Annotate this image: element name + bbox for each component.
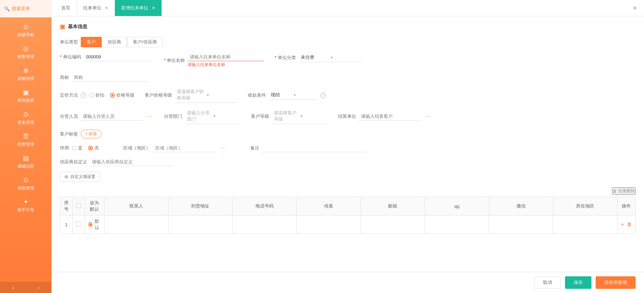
custom-settings-button[interactable]: ⚙ 自定义项设置	[60, 172, 100, 182]
tab-home[interactable]: 首页	[55, 0, 77, 16]
section-icon: ▣	[60, 23, 65, 30]
unit-category-arrow-icon: ▼	[330, 56, 359, 59]
manager-dots-button[interactable]: ···	[146, 113, 154, 120]
section-title: 基本信息	[68, 24, 87, 30]
table-cell-fax[interactable]	[297, 215, 361, 234]
sidebar-item-purchase[interactable]: ⊕采购管理	[0, 63, 52, 85]
sidebar-item-new-guide[interactable]: ✦新手引导	[0, 195, 52, 217]
abbreviation-field: 简称	[60, 73, 148, 82]
sidebar-item-basic-info[interactable]: ▤基础信息	[0, 151, 52, 173]
customer-price-level-placeholder: 请选择客户价格等级	[177, 89, 206, 101]
supplier-custom-input[interactable]	[90, 158, 173, 166]
payment-terms-help-icon[interactable]: ?	[320, 92, 326, 98]
address-input[interactable]	[172, 221, 229, 229]
table-cell-email[interactable]	[361, 215, 425, 234]
remark-label: 备注	[250, 145, 259, 151]
contact-table-section: 🗑 批量删除 序号设为默认联系人到货地址电话号码传真邮箱qq微信所在地区操作 1	[60, 187, 636, 234]
row-checkbox[interactable]	[76, 222, 81, 227]
header-checkbox[interactable]	[76, 203, 81, 208]
sidebar-item-finance[interactable]: ⊙资金管理	[0, 107, 52, 129]
music-bottom[interactable]: ♪	[38, 285, 40, 290]
customer-price-level-select[interactable]: 请选择客户价格等级 ▼	[175, 87, 237, 103]
sidebar-search-area[interactable]: 🔍 搜索菜单	[0, 0, 52, 17]
close-all-tabs-button[interactable]: ✕	[629, 5, 641, 11]
tab-new-partner-close-icon[interactable]: ✕	[152, 6, 155, 10]
unit-name-input[interactable]	[188, 53, 264, 61]
table-row: 1 默认	[60, 215, 636, 234]
contact-input[interactable]	[108, 221, 165, 229]
customer-level-select[interactable]: 请选择客户等级 ▼	[272, 108, 328, 124]
tab-partners-close-icon[interactable]: ✕	[105, 6, 108, 10]
table-header-3: 联系人	[104, 197, 168, 215]
sidebar-item-sales[interactable]: ◎销售管理	[0, 41, 52, 63]
add-tag-button[interactable]: + 标签	[81, 130, 102, 138]
default-radio[interactable]: 默认	[88, 218, 100, 231]
payment-terms-select[interactable]: 现结 ▼	[269, 90, 317, 100]
add-row-button[interactable]: +	[621, 221, 624, 228]
table-header-8: qq	[425, 197, 489, 215]
tab-partners[interactable]: 往来单位✕	[77, 0, 115, 16]
email-input[interactable]	[364, 221, 421, 229]
main-area: 首页往来单位✕新增往来单位✕ ✕ ▣ 基本信息 单位类型 客户供应商客户/供应商…	[52, 0, 644, 293]
batch-delete-button[interactable]: 🗑 批量删除	[612, 187, 636, 195]
purchase-icon: ⊕	[23, 67, 29, 74]
unit-type-customer-button[interactable]: 客户	[81, 37, 102, 47]
remark-input[interactable]	[262, 144, 367, 152]
sidebar-item-quick-nav[interactable]: ⊙快捷导航	[0, 19, 52, 41]
abbreviation-input[interactable]	[72, 73, 148, 82]
table-cell-wechat[interactable]	[489, 215, 553, 234]
unit-code-input[interactable]	[84, 53, 154, 61]
table-cell-qq[interactable]	[425, 215, 489, 234]
sidebar-item-operations[interactable]: ☰经营管理	[0, 129, 52, 151]
delete-row-button[interactable]: 🗑	[627, 221, 632, 228]
bottom-bar: 取消 保存 保存并新增	[52, 272, 644, 293]
table-header-6: 传真	[297, 197, 361, 215]
customer-tag-label: 客户标签	[60, 131, 78, 137]
unit-category-select[interactable]: 未分类 ▼	[299, 53, 361, 62]
search-menu-button[interactable]: 🔍 搜索菜单	[0, 3, 52, 14]
unit-category-label: 单位分类	[275, 55, 296, 61]
customer-price-level-label: 客户价格等级	[145, 92, 172, 98]
home-bottom[interactable]: ⌂	[12, 285, 14, 290]
pricing-help-icon[interactable]: ?	[81, 92, 86, 98]
table-cell-checkbox[interactable]	[73, 215, 85, 234]
cancel-button[interactable]: 取消	[534, 276, 561, 289]
settlement-unit-label: 结算单位	[338, 113, 356, 120]
batch-delete-label: 批量删除	[618, 188, 635, 194]
region-table-input[interactable]	[557, 221, 613, 229]
table-header-5: 电话号码	[233, 197, 297, 215]
save-and-new-button[interactable]: 保存并新增	[596, 276, 636, 289]
pricing-level-radio[interactable]: 价格等级	[110, 92, 134, 98]
unit-type-supplier-button[interactable]: 供应商	[102, 37, 127, 47]
tab-new-partner[interactable]: 新增往来单位✕	[115, 0, 162, 16]
save-button[interactable]: 保存	[565, 276, 591, 289]
sidebar-item-system[interactable]: ⊙系统管理	[0, 173, 52, 195]
disable-no-radio[interactable]: 否	[88, 145, 99, 151]
disable-yes-label: 是	[78, 145, 83, 151]
phone-input[interactable]	[236, 221, 293, 229]
unit-category-value: 未分类	[301, 54, 330, 60]
region-dots-button[interactable]: ···	[219, 145, 226, 151]
customer-price-level-arrow-icon: ▼	[206, 93, 235, 97]
table-cell-phone[interactable]	[233, 215, 297, 234]
customer-level-placeholder: 请选择客户等级	[274, 110, 300, 122]
settlement-unit-dots-button[interactable]: ···	[424, 113, 432, 120]
table-cell-contact[interactable]	[104, 215, 168, 234]
customer-tag-field: 客户标签 + 标签	[60, 130, 102, 138]
sidebar-item-inventory[interactable]: ▣库存核算	[0, 85, 52, 107]
department-select[interactable]: 请输入分管部门 ▼	[185, 108, 241, 124]
manager-input[interactable]	[81, 112, 143, 121]
fax-input[interactable]	[300, 221, 357, 229]
table-cell-region[interactable]	[553, 215, 617, 234]
qq-input[interactable]	[429, 221, 485, 229]
settlement-unit-input[interactable]	[359, 112, 422, 121]
unit-name-field: 单位名称 请输入往来单位名称	[164, 53, 265, 68]
pricing-discount-radio[interactable]: 折扣	[89, 92, 104, 98]
table-cell-address[interactable]	[168, 215, 232, 234]
disable-yes-radio[interactable]: 是	[72, 145, 83, 151]
unit-type-both-button[interactable]: 客户/供应商	[127, 37, 163, 47]
wechat-input[interactable]	[493, 221, 549, 229]
main-content: ▣ 基本信息 单位类型 客户供应商客户/供应商 单位编码 单位名称 请输入往来单…	[52, 16, 644, 272]
remark-field: 备注	[250, 144, 367, 152]
region-input[interactable]	[153, 144, 216, 152]
